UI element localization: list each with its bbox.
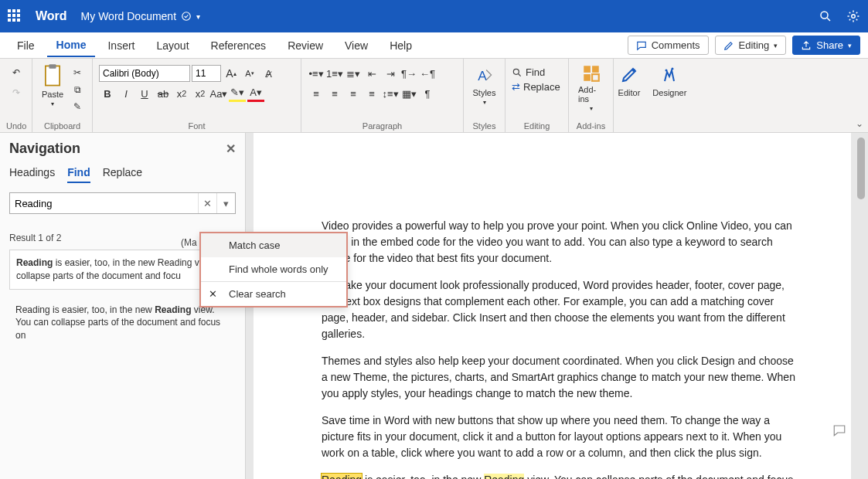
pencil-icon xyxy=(723,40,734,51)
editor-button[interactable]: Editor xyxy=(615,62,644,99)
collapse-ribbon-icon[interactable]: ⌄ xyxy=(5,118,863,129)
justify-icon[interactable]: ≡ xyxy=(363,85,380,102)
borders-icon[interactable]: ▦▾ xyxy=(400,85,417,102)
chevron-down-icon: ▾ xyxy=(774,42,778,49)
superscript-icon[interactable]: x2 xyxy=(192,85,209,102)
change-case-icon[interactable]: Aa▾ xyxy=(210,85,227,102)
search-input[interactable] xyxy=(10,198,198,209)
ltr-icon[interactable]: ¶→ xyxy=(400,65,417,82)
search-options-menu: Match case Find whole words only ✕ Clear… xyxy=(199,232,348,307)
show-marks-icon[interactable]: ¶ xyxy=(419,85,436,102)
svg-point-15 xyxy=(672,68,674,70)
paragraph: Reading is easier, too, in the new Readi… xyxy=(322,472,795,479)
multilevel-icon[interactable]: ≣▾ xyxy=(345,65,362,82)
result-highlight: Reading xyxy=(16,257,53,268)
editing-label: Editing xyxy=(739,39,770,51)
editing-mode-button[interactable]: Editing ▾ xyxy=(715,36,787,55)
menu-layout[interactable]: Layout xyxy=(147,35,198,56)
search-options-icon[interactable]: ▾ xyxy=(216,193,235,213)
menu-clear-search[interactable]: ✕ Clear search xyxy=(201,282,346,306)
menu-match-case[interactable]: Match case xyxy=(201,233,346,257)
svg-rect-5 xyxy=(49,64,56,69)
replace-button[interactable]: ⇄ Replace xyxy=(512,81,560,93)
chevron-down-icon: ▾ xyxy=(590,105,593,112)
paragraph: Themes and styles also help keep your do… xyxy=(322,353,795,402)
menu-insert[interactable]: Insert xyxy=(98,35,144,56)
menu-references[interactable]: References xyxy=(202,35,276,56)
addins-icon xyxy=(581,63,601,83)
copy-icon[interactable]: ⧉ xyxy=(70,82,85,97)
app-launcher-icon[interactable] xyxy=(8,9,22,23)
match-prefix-text: (Ma xyxy=(181,237,197,248)
find-button[interactable]: Find xyxy=(512,66,545,78)
titlebar: Word My Word Document ▾ xyxy=(0,0,868,32)
rtl-icon[interactable]: ←¶ xyxy=(419,65,436,82)
subscript-icon[interactable]: x2 xyxy=(173,85,190,102)
chevron-down-icon[interactable]: ▾ xyxy=(196,12,200,21)
styles-button[interactable]: A Styles ▾ xyxy=(470,62,499,107)
comments-button[interactable]: Comments xyxy=(628,36,709,55)
scrollbar[interactable] xyxy=(857,138,865,199)
svg-point-1 xyxy=(821,12,828,19)
navigation-panel: Navigation ✕ Headings Find Replace ✕ ▾ (… xyxy=(0,133,246,479)
svg-rect-11 xyxy=(584,74,591,81)
undo-icon[interactable]: ↶ xyxy=(9,65,24,80)
shrink-font-icon[interactable]: A▾ xyxy=(241,65,258,82)
format-painter-icon[interactable]: ✎ xyxy=(70,99,85,114)
text: is easier, too, in the new xyxy=(362,474,484,479)
align-right-icon[interactable]: ≡ xyxy=(345,85,362,102)
comment-icon xyxy=(636,40,647,51)
chevron-down-icon: ▾ xyxy=(51,100,54,107)
align-center-icon[interactable]: ≡ xyxy=(326,85,343,102)
share-button[interactable]: Share ▾ xyxy=(792,36,860,55)
clear-format-icon[interactable]: A̷ xyxy=(260,65,277,82)
content-area: Navigation ✕ Headings Find Replace ✕ ▾ (… xyxy=(0,133,868,479)
svg-text:A: A xyxy=(478,68,487,83)
menu-file[interactable]: File xyxy=(8,35,44,56)
align-left-icon[interactable]: ≡ xyxy=(308,85,325,102)
close-icon[interactable]: ✕ xyxy=(226,141,236,156)
increase-indent-icon[interactable]: ⇥ xyxy=(382,65,399,82)
decrease-indent-icon[interactable]: ⇤ xyxy=(363,65,380,82)
result-highlight: Reading xyxy=(155,304,191,315)
menu-view[interactable]: View xyxy=(335,35,377,56)
search-icon[interactable] xyxy=(819,9,832,23)
settings-icon[interactable] xyxy=(846,9,860,23)
menu-whole-words[interactable]: Find whole words only xyxy=(201,257,346,281)
paragraph: To make your document look professionall… xyxy=(322,277,795,342)
menu-home[interactable]: Home xyxy=(47,34,96,57)
grow-font-icon[interactable]: A▴ xyxy=(223,65,240,82)
nav-tab-find[interactable]: Find xyxy=(67,166,90,183)
search-hit-active: Reading xyxy=(322,474,362,479)
nav-tab-headings[interactable]: Headings xyxy=(9,166,55,183)
highlight-icon[interactable]: ✎▾ xyxy=(229,85,246,102)
svg-rect-12 xyxy=(592,74,599,81)
cut-icon[interactable]: ✂ xyxy=(70,65,85,80)
menu-help[interactable]: Help xyxy=(380,35,421,56)
search-row: ✕ ▾ xyxy=(9,192,236,214)
replace-label: Replace xyxy=(523,81,560,93)
paste-label: Paste xyxy=(42,90,63,99)
bullets-icon[interactable]: •≡▾ xyxy=(308,65,325,82)
addins-button[interactable]: Add-ins ▾ xyxy=(575,62,607,114)
underline-icon[interactable]: U xyxy=(136,85,153,102)
font-name-select[interactable] xyxy=(99,65,190,82)
document-title[interactable]: My Word Document ▾ xyxy=(81,10,200,22)
line-spacing-icon[interactable]: ↕≡▾ xyxy=(382,85,399,102)
font-size-select[interactable] xyxy=(192,65,221,82)
designer-button[interactable]: Designer xyxy=(649,62,689,99)
strikethrough-icon[interactable]: ab xyxy=(155,85,172,102)
clear-search-icon[interactable]: ✕ xyxy=(198,193,216,213)
bold-icon[interactable]: B xyxy=(99,85,116,102)
menu-review[interactable]: Review xyxy=(278,35,332,56)
nav-tab-replace[interactable]: Replace xyxy=(103,166,142,183)
styles-icon: A xyxy=(475,63,495,87)
redo-icon[interactable]: ↷ xyxy=(9,85,24,100)
designer-label: Designer xyxy=(652,88,686,97)
numbering-icon[interactable]: 1≡▾ xyxy=(326,65,343,82)
font-color-icon[interactable]: A▾ xyxy=(247,85,264,102)
clipboard-icon xyxy=(42,63,63,88)
paste-button[interactable]: Paste ▾ xyxy=(39,62,66,109)
italic-icon[interactable]: I xyxy=(117,85,134,102)
comment-anchor-icon[interactable] xyxy=(832,423,846,437)
